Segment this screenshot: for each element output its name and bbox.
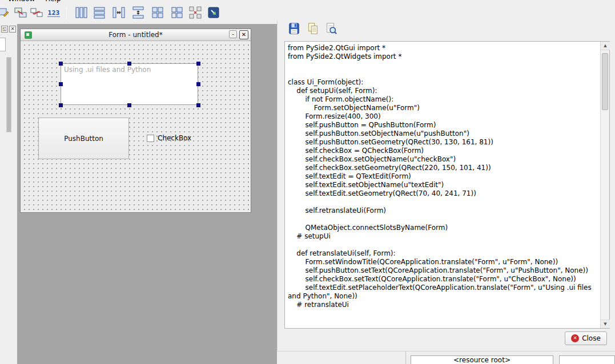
layout-horizontal-icon bbox=[74, 6, 88, 21]
selection-handle-top-right[interactable] bbox=[196, 62, 200, 66]
code-text[interactable]: from PySide2.QtGui import * from PySide2… bbox=[285, 42, 600, 328]
code-preview-dialog: from PySide2.QtGui import * from PySide2… bbox=[277, 21, 615, 351]
minimize-button[interactable]: - bbox=[229, 30, 237, 38]
layout-vertical-splitter-button[interactable] bbox=[130, 5, 146, 21]
selection-handle-bottom-middle[interactable] bbox=[127, 103, 131, 107]
panel-divider bbox=[405, 351, 406, 364]
scroll-down-arrow-icon[interactable]: ▼ bbox=[601, 319, 610, 328]
mdi-area: Form - untitled* - ✕ Using .ui files and… bbox=[17, 24, 277, 364]
copy-button[interactable] bbox=[306, 22, 320, 37]
layout-vertical-button[interactable] bbox=[91, 5, 107, 21]
find-icon bbox=[325, 22, 337, 37]
edit-widgets-icon bbox=[0, 6, 10, 21]
textedit-placeholder: Using .ui files and Python bbox=[64, 66, 151, 74]
code-scrollbar-thumb[interactable] bbox=[602, 53, 608, 110]
break-layout-icon bbox=[188, 6, 202, 21]
edit-widgets-button[interactable] bbox=[0, 5, 11, 21]
find-button[interactable] bbox=[324, 22, 339, 37]
adjust-size-icon bbox=[207, 6, 220, 21]
checkbox-widget[interactable]: CheckBox bbox=[147, 134, 191, 143]
code-vertical-scrollbar[interactable]: ▲ ▼ bbox=[600, 42, 609, 328]
layout-vertical-icon bbox=[93, 6, 106, 21]
selection-handle-bottom-left[interactable] bbox=[59, 103, 63, 107]
toolbar-separator bbox=[66, 7, 67, 19]
close-button-label: Close bbox=[582, 334, 601, 342]
resource-side-box[interactable] bbox=[559, 355, 615, 364]
layout-grid-icon bbox=[151, 6, 164, 21]
layout-horizontal-button[interactable] bbox=[73, 5, 89, 21]
form-editor-window: Form - untitled* - ✕ Using .ui files and… bbox=[20, 29, 251, 213]
edit-buddies-icon bbox=[30, 6, 43, 21]
edit-signals-slots-button[interactable] bbox=[13, 5, 29, 21]
selection-handle-middle-left[interactable] bbox=[59, 82, 63, 86]
layout-vertical-splitter-icon bbox=[131, 6, 145, 21]
pushbutton-widget[interactable]: PushButton bbox=[38, 118, 129, 159]
resource-browser-strip: <resource root> bbox=[277, 351, 615, 364]
copy-icon bbox=[307, 22, 319, 37]
close-button[interactable]: ✕ Close bbox=[565, 331, 607, 345]
edit-signals-slots-icon bbox=[14, 6, 27, 21]
edit-tab-order-icon: 123 bbox=[47, 10, 61, 17]
adjust-size-button[interactable] bbox=[206, 5, 222, 21]
layout-grid-button[interactable] bbox=[150, 5, 166, 21]
menu-window[interactable]: Window bbox=[8, 0, 35, 3]
edit-buddies-button[interactable] bbox=[29, 5, 45, 21]
widget-box-fragment bbox=[0, 38, 6, 51]
selection-handle-bottom-right[interactable] bbox=[196, 103, 200, 107]
pushbutton-label: PushButton bbox=[64, 135, 103, 143]
checkbox-label: CheckBox bbox=[158, 134, 191, 142]
dock-close-icon[interactable]: ✕ bbox=[9, 26, 16, 33]
left-scrollbar[interactable] bbox=[6, 57, 11, 132]
qt-designer-window: Window Help bbox=[0, 0, 615, 364]
checkbox-indicator bbox=[147, 135, 154, 142]
selection-handle-top-middle[interactable] bbox=[127, 62, 131, 66]
selection-handle-top-left[interactable] bbox=[59, 62, 63, 66]
dock-float-icon[interactable]: ◱ bbox=[1, 26, 8, 33]
layout-form-icon bbox=[170, 6, 184, 21]
code-viewer: from PySide2.QtGui import * from PySide2… bbox=[284, 41, 610, 329]
form-title: Form - untitled* bbox=[21, 31, 251, 39]
form-titlebar[interactable]: Form - untitled* - ✕ bbox=[21, 29, 251, 41]
close-form-button[interactable]: ✕ bbox=[239, 30, 248, 39]
left-scrollbar-thumb[interactable] bbox=[7, 58, 11, 132]
textedit-widget[interactable]: Using .ui files and Python bbox=[61, 63, 198, 105]
scroll-up-arrow-icon[interactable]: ▲ bbox=[601, 42, 610, 50]
edit-tab-order-button[interactable]: 123 bbox=[46, 5, 62, 21]
layout-form-button[interactable] bbox=[169, 5, 185, 21]
selection-handle-middle-right[interactable] bbox=[196, 82, 200, 86]
break-layout-button[interactable] bbox=[187, 5, 203, 21]
resource-root-item[interactable]: <resource root> bbox=[411, 355, 553, 364]
menu-help[interactable]: Help bbox=[45, 0, 61, 3]
close-red-icon: ✕ bbox=[571, 334, 579, 342]
layout-horizontal-splitter-icon bbox=[112, 6, 126, 21]
save-button[interactable] bbox=[287, 22, 302, 37]
layout-horizontal-splitter-button[interactable] bbox=[111, 5, 127, 21]
form-canvas[interactable]: Using .ui files and Python PushButton bbox=[21, 41, 251, 212]
save-icon bbox=[288, 22, 300, 37]
left-dock: ◱ ✕ bbox=[0, 24, 17, 364]
